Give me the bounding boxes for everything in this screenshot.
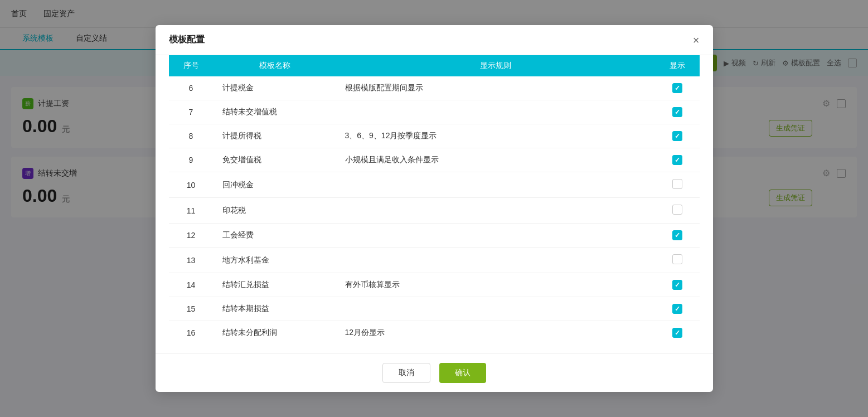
table-row: 14结转汇兑损益有外币核算显示 xyxy=(169,273,700,297)
cell-show xyxy=(655,198,700,224)
cell-name: 免交增值税 xyxy=(214,148,336,172)
table-row: 16结转未分配利润12月份显示 xyxy=(169,321,700,345)
modal-overlay: 模板配置 × 序号 模板名称 显示规则 显示 6计提税金根据模版配置期间显示7结… xyxy=(0,0,868,417)
table-row: 15结转本期损益 xyxy=(169,297,700,321)
col-name: 模板名称 xyxy=(214,55,336,76)
cell-rule: 根据模版配置期间显示 xyxy=(336,76,655,100)
table-row: 11印花税 xyxy=(169,198,700,224)
cell-show xyxy=(655,297,700,321)
cell-name: 印花税 xyxy=(214,198,336,224)
cell-rule: 有外币核算显示 xyxy=(336,273,655,297)
cell-show xyxy=(655,273,700,297)
cell-seq: 6 xyxy=(169,76,214,100)
cell-name: 结转未分配利润 xyxy=(214,321,336,345)
cell-rule: 12月份显示 xyxy=(336,321,655,345)
cell-seq: 10 xyxy=(169,172,214,198)
cell-rule xyxy=(336,224,655,248)
table-row: 12工会经费 xyxy=(169,224,700,248)
table-row: 7结转未交增值税 xyxy=(169,100,700,124)
table-row: 9免交增值税小规模且满足收入条件显示 xyxy=(169,148,700,172)
modal-body: 序号 模板名称 显示规则 显示 6计提税金根据模版配置期间显示7结转未交增值税8… xyxy=(156,55,713,353)
cell-seq: 9 xyxy=(169,148,214,172)
cell-rule xyxy=(336,297,655,321)
cell-name: 回冲税金 xyxy=(214,172,336,198)
cell-show xyxy=(655,124,700,148)
show-checkbox[interactable] xyxy=(672,83,682,93)
table-row: 10回冲税金 xyxy=(169,172,700,198)
cell-name: 工会经费 xyxy=(214,224,336,248)
show-checkbox[interactable] xyxy=(672,131,682,141)
config-table-body: 6计提税金根据模版配置期间显示7结转未交增值税8计提所得税3、6、9、12月按季… xyxy=(169,76,700,345)
show-checkbox[interactable] xyxy=(672,155,682,165)
cell-seq: 12 xyxy=(169,224,214,248)
cell-seq: 15 xyxy=(169,297,214,321)
modal-header: 模板配置 × xyxy=(156,25,713,55)
cell-name: 结转本期损益 xyxy=(214,297,336,321)
cell-show xyxy=(655,224,700,248)
config-table-header: 序号 模板名称 显示规则 显示 xyxy=(169,55,700,76)
cell-seq: 14 xyxy=(169,273,214,297)
modal-footer: 取消 确认 xyxy=(156,353,713,392)
config-table: 序号 模板名称 显示规则 显示 6计提税金根据模版配置期间显示7结转未交增值税8… xyxy=(169,55,700,345)
cell-rule xyxy=(336,100,655,124)
table-row: 6计提税金根据模版配置期间显示 xyxy=(169,76,700,100)
cell-rule xyxy=(336,248,655,273)
cell-name: 结转未交增值税 xyxy=(214,100,336,124)
cell-show xyxy=(655,148,700,172)
show-checkbox[interactable] xyxy=(672,254,682,264)
show-checkbox[interactable] xyxy=(672,328,682,338)
cell-show xyxy=(655,76,700,100)
cell-seq: 8 xyxy=(169,124,214,148)
show-checkbox[interactable] xyxy=(672,304,682,314)
show-checkbox[interactable] xyxy=(672,205,682,215)
show-checkbox[interactable] xyxy=(672,107,682,117)
show-checkbox[interactable] xyxy=(672,280,682,290)
cell-name: 计提税金 xyxy=(214,76,336,100)
table-row: 8计提所得税3、6、9、12月按季度显示 xyxy=(169,124,700,148)
cell-show xyxy=(655,172,700,198)
show-checkbox[interactable] xyxy=(672,230,682,240)
col-rule: 显示规则 xyxy=(336,55,655,76)
cell-seq: 13 xyxy=(169,248,214,273)
cell-seq: 11 xyxy=(169,198,214,224)
cell-rule xyxy=(336,198,655,224)
col-show: 显示 xyxy=(655,55,700,76)
show-checkbox[interactable] xyxy=(672,179,682,189)
cell-show xyxy=(655,321,700,345)
cell-name: 地方水利基金 xyxy=(214,248,336,273)
confirm-button[interactable]: 确认 xyxy=(439,363,486,383)
cell-show xyxy=(655,248,700,273)
cell-seq: 16 xyxy=(169,321,214,345)
cell-rule: 小规模且满足收入条件显示 xyxy=(336,148,655,172)
cell-seq: 7 xyxy=(169,100,214,124)
cell-show xyxy=(655,100,700,124)
modal-close-button[interactable]: × xyxy=(693,35,700,46)
cancel-button[interactable]: 取消 xyxy=(382,363,430,383)
modal-title: 模板配置 xyxy=(169,34,205,46)
template-config-modal: 模板配置 × 序号 模板名称 显示规则 显示 6计提税金根据模版配置期间显示7结… xyxy=(156,25,713,392)
cell-name: 计提所得税 xyxy=(214,124,336,148)
cell-rule: 3、6、9、12月按季度显示 xyxy=(336,124,655,148)
cell-rule xyxy=(336,172,655,198)
cell-name: 结转汇兑损益 xyxy=(214,273,336,297)
table-row: 13地方水利基金 xyxy=(169,248,700,273)
col-seq: 序号 xyxy=(169,55,214,76)
